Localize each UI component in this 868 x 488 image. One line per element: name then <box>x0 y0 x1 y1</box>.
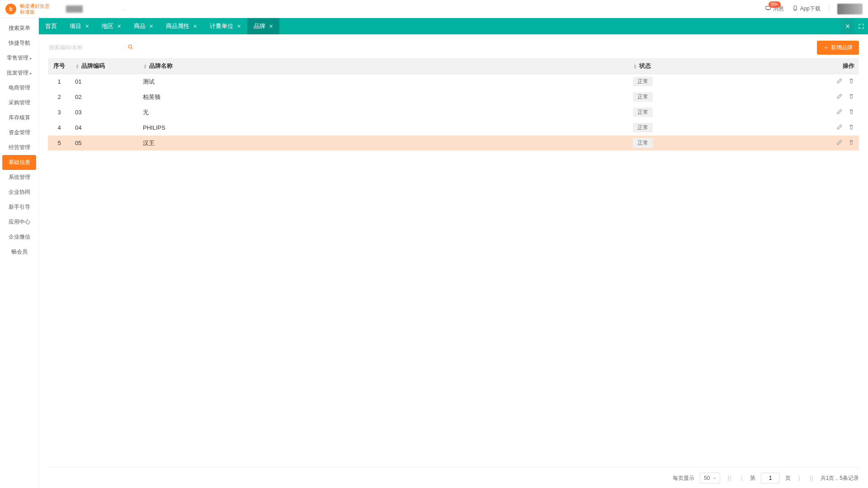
cell-index: 1 <box>48 74 71 89</box>
cell-code: 04 <box>71 120 138 136</box>
cell-name: 汉王 <box>138 136 628 151</box>
delete-icon[interactable] <box>848 108 854 116</box>
sidebar-item[interactable]: 零售管理▸ <box>0 51 38 66</box>
sidebar-item[interactable]: 系统管理 <box>0 170 38 185</box>
sidebar-item[interactable]: 采购管理 <box>0 95 38 110</box>
tab[interactable]: 地区✕ <box>95 18 127 34</box>
cell-status: 正常 <box>628 120 818 136</box>
page-summary: 共1页，5条记录 <box>821 474 859 482</box>
sidebar-item[interactable]: 批发管理▸ <box>0 66 38 80</box>
prev-page-button[interactable]: ⟨ <box>739 474 745 482</box>
per-page-select[interactable]: 50 <box>700 473 720 483</box>
edit-icon[interactable] <box>836 93 843 101</box>
table-header-row: 序号 ▲▼品牌编码 ▲▼品牌名称 ▲▼状态 操作 <box>48 58 859 74</box>
brand-text: 畅捷通好生意 标准版 <box>20 3 50 14</box>
page-input[interactable] <box>761 473 780 483</box>
sidebar-item[interactable]: 库存核算 <box>0 110 38 125</box>
per-page-label: 每页显示 <box>673 474 694 482</box>
close-icon[interactable]: ✕ <box>269 23 273 29</box>
caret-icon: ▸ <box>30 71 32 75</box>
brand-line2: 标准版 <box>20 9 50 14</box>
table-row[interactable]: 505汉王正常 <box>48 136 859 151</box>
close-icon[interactable]: ✕ <box>149 23 153 29</box>
tab[interactable]: 商品✕ <box>127 18 160 34</box>
tab-label: 项目 <box>70 22 81 30</box>
top-bar: b 畅捷通好生意 标准版 ████ ⌄ 99+ 消息 App下载 <box>0 0 868 18</box>
svg-point-2 <box>795 9 795 10</box>
tab[interactable]: 项目✕ <box>63 18 95 34</box>
tab-label: 商品属性 <box>166 22 189 30</box>
cell-ops <box>818 120 859 136</box>
tab[interactable]: 计量单位✕ <box>203 18 247 34</box>
close-tab-button[interactable] <box>841 18 854 34</box>
sidebar-item[interactable]: 经营管理 <box>0 140 38 155</box>
sidebar-item[interactable]: 应用中心 <box>0 215 38 230</box>
page-prefix: 第 <box>750 474 755 482</box>
col-index[interactable]: 序号 <box>48 58 71 74</box>
next-page-button[interactable]: ⟩ <box>796 474 802 482</box>
edit-icon[interactable] <box>836 108 843 116</box>
app-selector[interactable]: ████ ⌄ <box>58 3 133 15</box>
search-input[interactable] <box>48 42 125 53</box>
tab-label: 计量单位 <box>210 22 233 30</box>
cell-status: 正常 <box>628 89 818 105</box>
close-icon[interactable]: ✕ <box>237 23 241 29</box>
cell-code: 03 <box>71 105 138 120</box>
col-code[interactable]: ▲▼品牌编码 <box>71 58 138 74</box>
sidebar-item[interactable]: 资金管理 <box>0 125 38 140</box>
tab-label: 商品 <box>134 22 146 30</box>
cell-name: 柏英顿 <box>138 89 628 105</box>
cell-status: 正常 <box>628 136 818 151</box>
sidebar-item[interactable]: 快捷导航 <box>0 36 38 51</box>
close-icon[interactable]: ✕ <box>193 23 197 29</box>
edit-icon[interactable] <box>836 124 843 131</box>
app-download-button[interactable]: App下载 <box>792 5 821 13</box>
topbar-right: 99+ 消息 App下载 <box>765 4 863 14</box>
table-row[interactable]: 404PHILIPS正常 <box>48 120 859 136</box>
table-row[interactable]: 202柏英顿正常 <box>48 89 859 105</box>
user-avatar[interactable] <box>837 4 863 14</box>
tab[interactable]: 首页 <box>39 18 63 34</box>
content-pane: ＋ 新增品牌 序号 ▲▼品牌编码 ▲▼品牌名称 ▲▼状态 操作 101测试正常2… <box>39 34 868 488</box>
sidebar-item[interactable]: 企业微信 <box>0 230 38 244</box>
tab[interactable]: 品牌✕ <box>247 18 279 34</box>
status-badge: 正常 <box>633 123 653 132</box>
last-page-button[interactable]: ⟩| <box>807 474 815 482</box>
table-row[interactable]: 303无正常 <box>48 105 859 120</box>
sidebar-item[interactable]: 新手引导 <box>0 200 38 215</box>
tab[interactable]: 商品属性✕ <box>160 18 203 34</box>
sidebar-item[interactable]: 企业协同 <box>0 185 38 200</box>
messages-button[interactable]: 99+ 消息 <box>765 5 784 13</box>
sort-icon: ▲▼ <box>143 64 147 69</box>
fullscreen-button[interactable] <box>854 18 868 34</box>
messages-badge: 99+ <box>769 1 781 8</box>
topbar-left: b 畅捷通好生意 标准版 ████ ⌄ <box>5 3 133 15</box>
sidebar-item[interactable]: 基础信息 <box>2 155 36 170</box>
sidebar-item[interactable]: 畅会员 <box>0 244 38 259</box>
col-name[interactable]: ▲▼品牌名称 <box>138 58 628 74</box>
toolbar: ＋ 新增品牌 <box>48 41 859 55</box>
cell-name: 无 <box>138 105 628 120</box>
sidebar-item[interactable]: 搜索菜单 <box>0 21 38 36</box>
cell-ops <box>818 74 859 89</box>
cell-ops <box>818 89 859 105</box>
status-badge: 正常 <box>633 138 653 148</box>
search-icon[interactable] <box>127 44 134 52</box>
cell-index: 4 <box>48 120 71 136</box>
delete-icon[interactable] <box>848 139 854 147</box>
table-row[interactable]: 101测试正常 <box>48 74 859 89</box>
edit-icon[interactable] <box>836 78 843 85</box>
col-status[interactable]: ▲▼状态 <box>628 58 818 74</box>
sidebar: 搜索菜单快捷导航零售管理▸批发管理▸电商管理采购管理库存核算资金管理经营管理基础… <box>0 18 39 488</box>
delete-icon[interactable] <box>848 93 854 101</box>
delete-icon[interactable] <box>848 78 854 85</box>
add-brand-button[interactable]: ＋ 新增品牌 <box>817 41 859 55</box>
cell-name: 测试 <box>138 74 628 89</box>
delete-icon[interactable] <box>848 124 854 131</box>
close-icon[interactable]: ✕ <box>85 23 89 29</box>
edit-icon[interactable] <box>836 139 843 147</box>
sidebar-item[interactable]: 电商管理 <box>0 80 38 95</box>
cell-status: 正常 <box>628 105 818 120</box>
close-icon[interactable]: ✕ <box>117 23 121 29</box>
first-page-button[interactable]: |⟨ <box>726 474 733 482</box>
